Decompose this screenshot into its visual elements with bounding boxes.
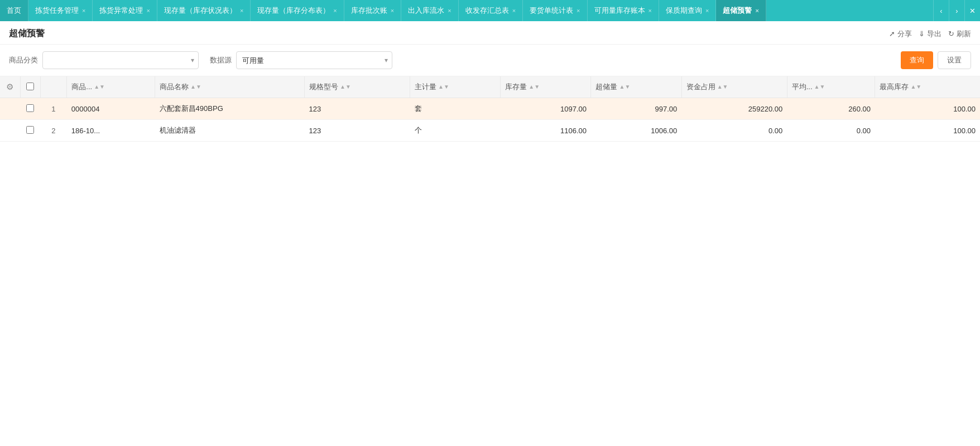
data-table-wrapper: ⚙ 商品... ▲▼ 商品名称 ▲▼ xyxy=(0,76,980,142)
query-button[interactable]: 查询 xyxy=(901,51,933,69)
nav-order-stat-label: 要货单统计表 xyxy=(530,6,573,16)
table-row: 2 186-10... 机油滤清器 123 个 1106.00 1006.00 … xyxy=(0,120,980,142)
nav-pick-exception[interactable]: 拣货异常处理 × xyxy=(93,0,157,21)
nav-available-stock-close[interactable]: × xyxy=(648,7,652,14)
nav-stock-status-close[interactable]: × xyxy=(240,7,243,14)
sort-spec-icon[interactable]: ▲▼ xyxy=(340,84,351,90)
datasource-select-wrapper: 可用量 库存量 ▾ xyxy=(236,51,392,69)
nav-available-stock-label: 可用量库存账本 xyxy=(594,6,645,16)
row-code-0: 0000004 xyxy=(67,98,155,120)
settings-gear-icon[interactable]: ⚙ xyxy=(6,82,13,91)
th-name[interactable]: 商品名称 ▲▼ xyxy=(155,76,305,98)
category-select-wrapper: ▾ xyxy=(42,51,199,69)
sort-code-icon[interactable]: ▲▼ xyxy=(94,84,105,90)
nav-stock-dist-label: 现存量（库存分布表） xyxy=(257,6,330,16)
sort-name-icon[interactable]: ▲▼ xyxy=(190,84,201,90)
th-overflow[interactable]: 超储量 ▲▼ xyxy=(591,76,681,98)
sort-max-stock-icon[interactable]: ▲▼ xyxy=(910,84,921,90)
row-overflow-0: 997.00 xyxy=(591,98,681,120)
nav-expiry-label: 保质期查询 xyxy=(666,6,702,16)
th-overflow-label: 超储量 xyxy=(595,82,617,92)
sort-overflow-icon[interactable]: ▲▼ xyxy=(619,84,630,90)
th-gear: ⚙ xyxy=(0,76,20,98)
row-gear-1 xyxy=(0,120,20,142)
th-code-label: 商品... xyxy=(71,82,92,92)
row-capital-1: 0.00 xyxy=(681,120,787,142)
nav-stock-status-label: 现存量（库存状况表） xyxy=(164,6,237,16)
nav-next-arrow[interactable]: › xyxy=(949,0,964,21)
row-checkbox-1[interactable] xyxy=(26,126,34,134)
category-select[interactable] xyxy=(42,51,199,69)
th-capital[interactable]: 资金占用 ▲▼ xyxy=(681,76,787,98)
row-gear-0 xyxy=(0,98,20,120)
row-unit-0: 套 xyxy=(410,98,501,120)
th-spec[interactable]: 规格型号 ▲▼ xyxy=(305,76,410,98)
row-index-1: 2 xyxy=(40,120,67,142)
nav-summary-close[interactable]: × xyxy=(512,7,516,14)
page-header: 超储预警 ➚ 分享 ⇓ 导出 ↻ 刷新 xyxy=(0,21,980,45)
nav-home[interactable]: 首页 xyxy=(0,0,28,21)
row-spec-0: 123 xyxy=(305,98,410,120)
th-max-stock[interactable]: 最高库存 ▲▼ xyxy=(875,76,980,98)
row-index-0: 1 xyxy=(40,98,67,120)
header-actions: ➚ 分享 ⇓ 导出 ↻ 刷新 xyxy=(889,29,971,39)
nav-available-stock[interactable]: 可用量库存账本 × xyxy=(588,0,659,21)
export-button[interactable]: ⇓ 导出 xyxy=(919,29,941,39)
th-unit[interactable]: 主计量 ▲▼ xyxy=(410,76,501,98)
nav-pick-exception-label: 拣货异常处理 xyxy=(99,6,143,16)
nav-order-stat[interactable]: 要货单统计表 × xyxy=(523,0,587,21)
table-body: 1 0000004 六配套新昌490BPG 123 套 1097.00 997.… xyxy=(0,98,980,142)
th-avg[interactable]: 平均... ▲▼ xyxy=(787,76,875,98)
nav-batch-account-close[interactable]: × xyxy=(391,7,394,14)
nav-pick-task[interactable]: 拣货任务管理 × xyxy=(28,0,93,21)
row-capital-0: 259220.00 xyxy=(681,98,787,120)
row-checkbox-0[interactable] xyxy=(26,104,34,112)
th-capital-label: 资金占用 xyxy=(686,82,715,92)
nav-expiry[interactable]: 保质期查询 × xyxy=(659,0,716,21)
th-index xyxy=(40,76,67,98)
datasource-select[interactable]: 可用量 库存量 xyxy=(236,51,392,69)
nav-overstock-close[interactable]: × xyxy=(755,7,758,14)
nav-prev-arrow[interactable]: ‹ xyxy=(933,0,949,21)
data-table: ⚙ 商品... ▲▼ 商品名称 ▲▼ xyxy=(0,76,980,142)
nav-batch-account-label: 库存批次账 xyxy=(351,6,387,16)
row-overflow-1: 1006.00 xyxy=(591,120,681,142)
row-code-1: 186-10... xyxy=(67,120,155,142)
select-all-checkbox[interactable] xyxy=(26,83,34,90)
nav-pick-exception-close[interactable]: × xyxy=(146,7,150,14)
row-stock-0: 1097.00 xyxy=(501,98,591,120)
nav-close-all[interactable]: ✕ xyxy=(964,0,980,21)
nav-stock-dist[interactable]: 现存量（库存分布表） × xyxy=(251,0,344,21)
nav-summary-label: 收发存汇总表 xyxy=(465,6,509,16)
refresh-button[interactable]: ↻ 刷新 xyxy=(948,29,971,39)
row-max-stock-1: 100.00 xyxy=(875,120,980,142)
nav-inout-flow-close[interactable]: × xyxy=(448,7,451,14)
export-icon: ⇓ xyxy=(919,30,925,38)
nav-stock-status[interactable]: 现存量（库存状况表） × xyxy=(157,0,251,21)
th-spec-label: 规格型号 xyxy=(309,82,338,92)
share-button[interactable]: ➚ 分享 xyxy=(889,29,912,39)
th-unit-label: 主计量 xyxy=(415,82,436,92)
nav-order-stat-close[interactable]: × xyxy=(577,7,580,14)
table-header-row: ⚙ 商品... ▲▼ 商品名称 ▲▼ xyxy=(0,76,980,98)
settings-button[interactable]: 设置 xyxy=(938,51,971,69)
nav-pick-task-close[interactable]: × xyxy=(82,7,85,14)
sort-stock-icon[interactable]: ▲▼ xyxy=(529,84,540,90)
nav-arrows: ‹ › ✕ xyxy=(933,0,980,21)
sort-unit-icon[interactable]: ▲▼ xyxy=(438,84,449,90)
nav-summary[interactable]: 收发存汇总表 × xyxy=(459,0,523,21)
row-checkbox-cell-0 xyxy=(20,98,40,120)
nav-stock-dist-close[interactable]: × xyxy=(333,7,337,14)
nav-overstock[interactable]: 超储预警 × xyxy=(716,0,766,21)
filter-actions: 查询 设置 xyxy=(901,51,971,69)
nav-expiry-close[interactable]: × xyxy=(705,7,709,14)
sort-avg-icon[interactable]: ▲▼ xyxy=(814,84,825,90)
nav-batch-account[interactable]: 库存批次账 × xyxy=(344,0,401,21)
sort-capital-icon[interactable]: ▲▼ xyxy=(717,84,728,90)
row-avg-1: 0.00 xyxy=(787,120,875,142)
row-stock-1: 1106.00 xyxy=(501,120,591,142)
th-code[interactable]: 商品... ▲▼ xyxy=(67,76,155,98)
datasource-label: 数据源 xyxy=(210,55,232,65)
nav-inout-flow[interactable]: 出入库流水 × xyxy=(401,0,458,21)
th-stock[interactable]: 库存量 ▲▼ xyxy=(501,76,591,98)
